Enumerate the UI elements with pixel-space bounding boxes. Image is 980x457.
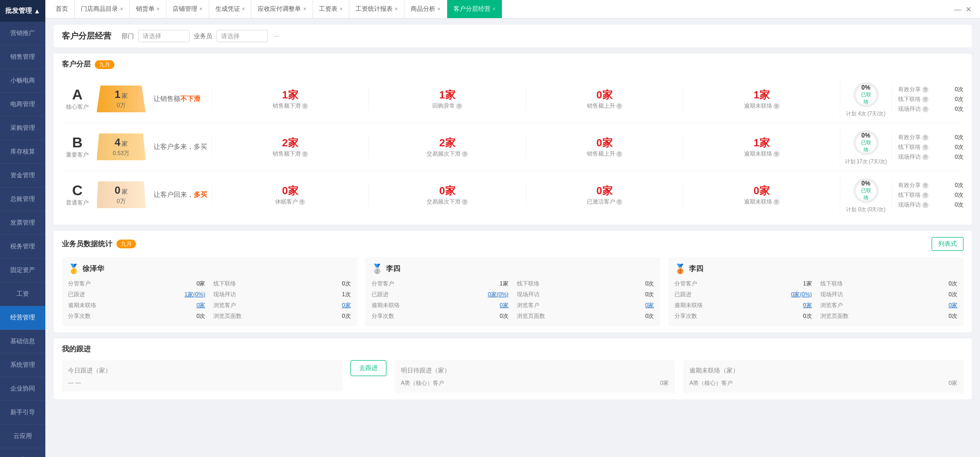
sidebar-item-固定资产[interactable]: 固定资产 [0,259,45,282]
sidebar-header[interactable]: 批发管理 ▲ [0,0,45,22]
sidebar-item-库存核算[interactable]: 库存核算 [0,140,45,164]
tab-close-icon[interactable]: × [437,6,441,12]
tab-close-icon[interactable]: × [395,6,398,12]
right-stat-row: 有效分享 ? 0次 [898,86,964,93]
staff-stat-value[interactable]: 0家 [342,301,351,309]
list-view-button[interactable]: 列表式 [932,237,964,251]
tomorrow-followup-title: 明日待跟进（家） [401,366,669,375]
info-icon[interactable]: ? [299,199,305,205]
sidebar-item-营销推广[interactable]: 营销推广 [0,22,45,45]
tab-close-icon[interactable]: × [340,6,343,12]
info-icon-small[interactable]: ? [922,96,928,103]
dept-select[interactable]: 请选择 [138,30,190,42]
staff-select[interactable]: 请选择 [216,30,268,42]
staff-medal-icon: 🥈 [371,263,383,275]
sidebar-item-资金管理[interactable]: 资金管理 [0,164,45,188]
tab-店铺管理[interactable]: 店铺管理× [166,0,209,19]
staff-stat-value[interactable]: 0家 [500,301,509,309]
tab-工资表[interactable]: 工资表× [313,0,349,19]
info-icon[interactable]: ? [456,103,462,109]
sidebar-item-企业协同[interactable]: 企业协同 [0,377,45,401]
sidebar-item-云应用[interactable]: 云应用 [0,425,45,448]
info-icon-small[interactable]: ? [922,134,928,141]
sidebar-item-系统管理[interactable]: 系统管理 [0,353,45,377]
customer-section-header: 客户分层 九月 [62,60,964,69]
tab-首页[interactable]: 首页 [49,0,75,19]
sidebar-item-税务管理[interactable]: 税务管理 [0,235,45,259]
tab-close-icon[interactable]: × [120,6,123,12]
circle-plan: 计划 0次 (0天/次) [846,206,885,213]
staff-stat-value[interactable]: 0家 [645,301,654,309]
tier-stat-num: 0家 [596,88,612,102]
tab-门店商品目录[interactable]: 门店商品目录× [75,0,130,19]
staff-stat-value[interactable]: 1家(0%) [184,291,205,298]
info-icon[interactable]: ? [302,103,308,109]
today-content-placeholder: — — [68,379,81,385]
tab-商品分析[interactable]: 商品分析× [404,0,447,19]
sidebar-item-总账管理[interactable]: 总账管理 [0,188,45,211]
staff-stat-value[interactable]: 0家 [803,301,812,309]
tier-right-stats: 有效分享 ? 0次 线下联络 ? 0次 现场拜访 ? 0次 [891,181,964,209]
tier-letter: B [62,136,93,150]
right-stat-row: 现场拜访 ? 0次 [898,105,964,113]
info-icon[interactable]: ? [462,151,468,157]
tab-应收应付调整单[interactable]: 应收应付调整单× [251,0,313,19]
window-close-icon[interactable]: ✕ [966,5,972,13]
info-icon[interactable]: ? [302,151,308,157]
tab-close-icon[interactable]: × [303,6,306,12]
info-icon[interactable]: ? [773,199,780,205]
staff-stat-value[interactable]: 0家(0%) [791,291,812,298]
staff-stat-label: 线下联络 [213,280,236,287]
tab-close-icon[interactable]: × [493,6,496,12]
tab-close-icon[interactable]: × [199,6,202,12]
info-icon-small[interactable]: ? [922,202,928,208]
info-icon[interactable]: ? [616,199,622,205]
tab-bar: 首页门店商品目录×销货单×店铺管理×生成凭证×应收应付调整单×工资表×工资统计报… [45,0,980,19]
staff-name: 李四 [386,264,400,274]
sidebar-item-工资[interactable]: 工资 [0,282,45,306]
tier-amount: 0万 [116,197,125,205]
info-icon[interactable]: ? [773,151,780,157]
info-icon-small[interactable]: ? [922,106,928,112]
goto-followup-button[interactable]: 去跟进 [350,360,386,376]
info-icon-small[interactable]: ? [922,87,928,93]
sidebar-item-采购管理[interactable]: 采购管理 [0,116,45,140]
tab-生成凭证[interactable]: 生成凭证× [209,0,252,19]
info-icon[interactable]: ? [616,103,622,109]
sidebar-item-销售管理[interactable]: 销售管理 [0,45,45,69]
info-icon[interactable]: ? [616,151,622,157]
tab-工资统计报表[interactable]: 工资统计报表× [349,0,404,19]
tab-label: 销货单 [136,5,155,13]
staff-stat-value[interactable]: 0家 [196,301,205,309]
sidebar-item-电商管理[interactable]: 电商管理 [0,93,45,116]
staff-stat-label: 分享次数 [371,312,394,320]
staff-name: 李四 [689,264,703,274]
staff-stat-label: 分管客户 [371,280,394,287]
sidebar-item-发票管理[interactable]: 发票管理 [0,211,45,235]
staff-stat-label: 分管客户 [68,280,91,287]
window-minimize-icon[interactable]: — [954,5,961,13]
info-icon-small[interactable]: ? [922,144,928,150]
tab-close-icon[interactable]: × [242,6,245,12]
info-icon-small[interactable]: ? [922,154,928,160]
filter-more-icon[interactable]: ··· [272,32,281,40]
staff-stat-value[interactable]: 0家 [949,301,957,309]
info-icon-small[interactable]: ? [922,182,928,189]
info-icon-small[interactable]: ? [922,192,928,198]
staff-stat-value[interactable]: 0家(0%) [488,291,509,298]
sidebar-item-新手引导[interactable]: 新手引导 [0,401,45,425]
sidebar-item-经营管理[interactable]: 经营管理 [0,306,45,330]
sidebar-settings[interactable]: ⚙ [0,448,45,457]
sidebar-item-基础信息[interactable]: 基础信息 [0,330,45,353]
tab-close-icon[interactable]: × [157,6,160,12]
info-icon[interactable]: ? [462,199,468,205]
circle-plan: 计划 4次 (7天/次) [846,110,885,117]
tier-stat-num: 2家 [282,136,298,150]
staff-stat-value: 0次 [342,312,351,320]
customer-section-badge: 九月 [95,60,114,69]
info-icon[interactable]: ? [773,103,780,109]
tab-销货单[interactable]: 销货单× [130,0,166,19]
sidebar-item-小畅电商[interactable]: 小畅电商 [0,69,45,93]
tab-客户分层经营[interactable]: 客户分层经营× [447,0,502,19]
tier-amount: 0.53万 [113,149,129,157]
